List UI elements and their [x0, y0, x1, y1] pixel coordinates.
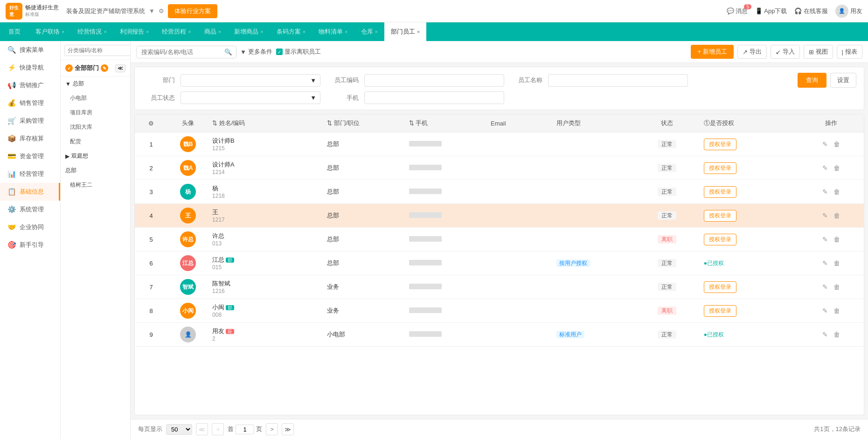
show-inactive-toggle[interactable]: ✓ 显示离职员工 [276, 48, 321, 56]
row-auth[interactable]: 授权登录 [700, 275, 799, 299]
view-button[interactable]: ⊞ 视图 [804, 45, 833, 59]
th-name[interactable]: ⇅ 姓名/编码 [208, 114, 323, 132]
per-page-select[interactable]: 50 100 200 [166, 424, 192, 435]
dept-all-header[interactable]: ✓ 全部部门 ✎ ≪ [61, 60, 130, 77]
close-icon[interactable]: × [260, 29, 263, 35]
delete-button[interactable]: 🗑 [832, 306, 842, 315]
sidebar-item-system[interactable]: ⚙️ 系统管理 [0, 201, 60, 218]
empname-input[interactable] [548, 74, 688, 87]
edit-button[interactable]: ✎ [820, 258, 830, 268]
sidebar-item-business[interactable]: 📊 经营管理 [0, 165, 60, 183]
edit-button[interactable]: ✎ [820, 235, 830, 244]
search-button[interactable]: 🔍 [221, 46, 236, 58]
close-icon[interactable]: × [417, 29, 420, 35]
reset-button-filter[interactable]: 设置 [830, 73, 856, 88]
row-auth[interactable]: 授权登录 [700, 156, 799, 180]
collapse-button[interactable]: ≪ [115, 64, 125, 72]
more-filters-button[interactable]: ▼ 更多条件 [240, 48, 272, 56]
close-icon[interactable]: × [188, 29, 191, 35]
tab-operations[interactable]: 经营情况 × [71, 22, 113, 41]
search-button-filter[interactable]: 查询 [798, 73, 826, 88]
dept-item-shenyang[interactable]: 沈阳大库 [61, 120, 130, 134]
tab-profit[interactable]: 利润报告 × [113, 22, 155, 41]
auth-button[interactable]: 授权登录 [704, 234, 736, 245]
edit-button[interactable]: ✎ [820, 187, 830, 196]
tab-warehouse[interactable]: 仓库 × [354, 22, 384, 41]
row-auth[interactable]: 授权登录 [700, 204, 799, 228]
dept-item-zongbu-root[interactable]: ▼ 总部 [61, 77, 130, 91]
dept-item-peihuo[interactable]: 配货 [61, 134, 130, 149]
close-icon[interactable]: × [146, 29, 149, 35]
sidebar-item-finance[interactable]: 💳 资金管理 [0, 147, 60, 165]
edit-button[interactable]: ✎ [820, 306, 830, 315]
gear-icon[interactable]: ⚙ [159, 7, 164, 14]
delete-button[interactable]: 🗑 [832, 282, 842, 292]
delete-button[interactable]: 🗑 [832, 187, 842, 196]
tab-history[interactable]: 经营历程 × [155, 22, 197, 41]
delete-button[interactable]: 🗑 [832, 211, 842, 220]
add-employee-button[interactable]: + 新增员工 [691, 45, 733, 59]
row-auth[interactable]: ●已授权 [700, 251, 799, 275]
system-settings-icon[interactable]: ▼ [149, 7, 155, 14]
th-settings[interactable]: ⚙ [135, 114, 167, 132]
auth-button[interactable]: 授权登录 [704, 139, 736, 150]
tab-bom[interactable]: 物料清单 × [312, 22, 354, 41]
close-icon[interactable]: × [62, 29, 64, 35]
close-icon[interactable]: × [218, 29, 221, 35]
page-input[interactable] [236, 425, 254, 434]
tab-products[interactable]: 商品 × [198, 22, 228, 41]
th-phone[interactable]: ⇅ 手机 [405, 114, 487, 132]
auth-button[interactable]: 授权登录 [704, 281, 736, 293]
phone-input[interactable] [364, 91, 504, 104]
next-page-button[interactable]: ＞ [266, 423, 278, 435]
tab-employees[interactable]: 部门员工 × [384, 22, 426, 41]
dept-item-shuangt[interactable]: ▶ 双庭想 [61, 149, 130, 163]
dept-search-input[interactable] [64, 45, 131, 56]
sidebar-item-guide[interactable]: 🎯 新手引导 [0, 236, 60, 254]
more-button[interactable]: | 报表 [837, 45, 862, 59]
tab-home[interactable]: 首页 [0, 22, 29, 41]
sidebar-item-nav[interactable]: ⚡ 快捷导航 [0, 59, 60, 77]
tab-customer[interactable]: 客户联络 × [29, 22, 71, 41]
dept-select[interactable]: ▼ [181, 74, 320, 87]
sidebar-item-basic[interactable]: 📋 基础信息 [0, 183, 60, 201]
delete-button[interactable]: 🗑 [832, 139, 842, 149]
close-icon[interactable]: × [104, 29, 106, 35]
edit-button[interactable]: ✎ [820, 163, 830, 173]
delete-button[interactable]: 🗑 [832, 258, 842, 268]
empcode-input[interactable] [364, 74, 504, 87]
sidebar-item-collab[interactable]: 🤝 企业协同 [0, 218, 60, 236]
sidebar-item-inventory[interactable]: 📦 库存核算 [0, 130, 60, 147]
sidebar-item-marketing[interactable]: 📢 营销推广 [0, 77, 60, 94]
close-icon[interactable]: × [375, 29, 378, 35]
delete-button[interactable]: 🗑 [832, 330, 842, 339]
auth-button[interactable]: 授权登录 [704, 162, 736, 174]
row-auth[interactable]: 授权登录 [700, 132, 799, 156]
auth-button[interactable]: 授权登录 [704, 210, 736, 222]
close-icon[interactable]: × [345, 29, 347, 35]
app-download[interactable]: 📱 App下载 [755, 7, 787, 15]
trial-button[interactable]: 体验行业方案 [168, 4, 217, 18]
last-page-button[interactable]: ≫ [282, 423, 294, 435]
tab-add-product[interactable]: 新增商品 × [228, 22, 270, 41]
online-service[interactable]: 🎧 在线客服 [794, 7, 828, 15]
tab-barcode[interactable]: 条码方案 × [270, 22, 312, 41]
prev-page-button[interactable]: ＜ [212, 423, 224, 435]
delete-button[interactable]: 🗑 [832, 163, 842, 173]
auth-button[interactable]: 授权登录 [704, 186, 736, 198]
auth-button[interactable]: 授权登录 [704, 305, 736, 317]
edit-button[interactable]: ✎ [820, 330, 830, 339]
export-button[interactable]: ↗ 导出 [737, 45, 767, 59]
edit-button[interactable]: ✎ [820, 139, 830, 149]
dept-item-project[interactable]: 项目库房 [61, 105, 130, 120]
th-dept[interactable]: ⇅ 部门/职位 [323, 114, 405, 132]
edit-button[interactable]: ✎ [820, 211, 830, 220]
delete-button[interactable]: 🗑 [832, 235, 842, 244]
first-page-button[interactable]: ≪ [196, 423, 208, 435]
close-icon[interactable]: × [303, 29, 306, 35]
dept-item-zongbu2[interactable]: 总部 [61, 163, 130, 178]
row-auth[interactable]: ●已授权 [700, 323, 799, 347]
row-auth[interactable]: 授权登录 [700, 299, 799, 323]
row-auth[interactable]: 授权登录 [700, 228, 799, 251]
sidebar-item-search[interactable]: 🔍 搜索菜单 [0, 41, 60, 59]
